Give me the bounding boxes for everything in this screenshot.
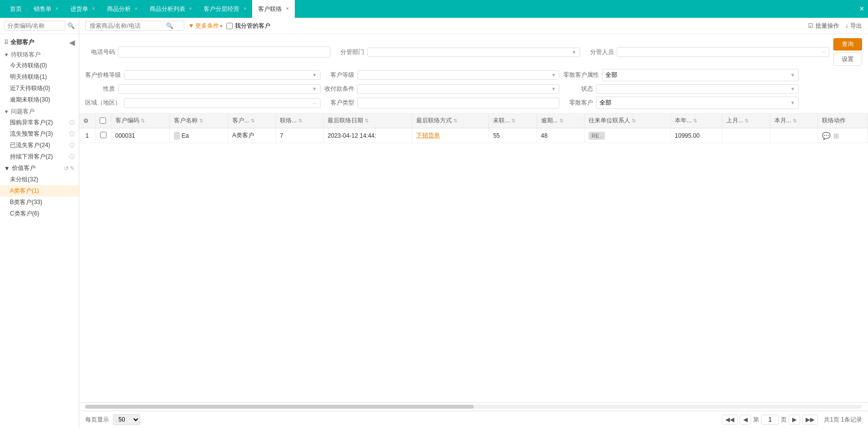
sidebar-item-7days[interactable]: 近7天待联络(0)	[0, 83, 79, 94]
sidebar-item-declining[interactable]: 持续下滑客户(2) ⓘ	[0, 151, 79, 162]
sort-date-icon[interactable]: ⇅	[365, 118, 369, 123]
search-input[interactable]	[90, 22, 164, 29]
settings-button[interactable]: 设置	[833, 53, 862, 66]
export-button[interactable]: ↓ 导出	[845, 22, 862, 30]
cust-type-input[interactable]	[357, 98, 560, 108]
th-name[interactable]: 客户名称 ⇅	[169, 113, 228, 128]
last-method-link[interactable]: 下销货单	[416, 132, 440, 139]
sidebar-item-overdue[interactable]: 逾期未联络(30)	[0, 94, 79, 106]
close-tab-0-icon[interactable]: ×	[55, 0, 58, 18]
close-all-button[interactable]: ×	[860, 4, 864, 13]
dept-select[interactable]: ▼	[367, 48, 580, 57]
th-this-month[interactable]: 本月... ⇅	[770, 113, 817, 128]
close-tab-4-icon[interactable]: ×	[243, 0, 246, 18]
nav-home[interactable]: 首页	[4, 0, 28, 18]
next-page-button[interactable]: ▶	[789, 415, 800, 425]
manager-input[interactable]: ···	[617, 47, 829, 57]
edit-icon[interactable]: ✎	[70, 165, 75, 172]
sort-name-icon[interactable]: ⇅	[199, 118, 203, 123]
sidebar-item-churned[interactable]: 已流失客户(24) ⓘ	[0, 140, 79, 151]
prev-page-button[interactable]: ◀	[740, 415, 751, 425]
search-icon[interactable]: 🔍	[166, 22, 173, 29]
sidebar-item-churn-warning[interactable]: 流失预警客户(3) ⓘ	[0, 128, 79, 140]
th-cust-type[interactable]: 客户... ⇅	[228, 113, 275, 128]
retail-customer-select[interactable]: 全部 ▼	[596, 97, 799, 109]
nav-tab-4[interactable]: 客户分层经营 ×	[198, 0, 252, 18]
th-contacts[interactable]: 联络... ⇅	[275, 113, 323, 128]
close-tab-5-icon[interactable]: ×	[286, 0, 289, 18]
sidebar-item-abnormal[interactable]: 囤购异常客户(2) ⓘ	[0, 117, 79, 128]
qr-icon[interactable]: ⊞	[833, 132, 839, 140]
th-overdue[interactable]: 逾期... ⇅	[537, 113, 584, 128]
select-all-checkbox[interactable]	[100, 117, 106, 124]
sort-lmonth-icon[interactable]: ⇅	[745, 118, 749, 123]
query-button[interactable]: 查询	[833, 38, 862, 51]
my-customers-checkbox[interactable]: 我分管的客户	[226, 22, 271, 30]
price-level-select[interactable]: ▼	[124, 70, 321, 80]
scroll-thumb[interactable]	[85, 405, 474, 409]
nav-tab-3[interactable]: 商品分析列表 ×	[144, 0, 198, 18]
my-customers-input[interactable]	[226, 23, 233, 29]
settings-icon[interactable]: ⚙	[83, 117, 89, 124]
sort-overdue-icon[interactable]: ⇅	[559, 118, 563, 123]
sidebar-group-pending[interactable]: ▼ 待联络客户	[0, 49, 79, 60]
nav-tab-5[interactable]: 客户联络 ×	[252, 0, 295, 18]
sidebar-all-customers[interactable]: ⠿ 全部客户 ◀	[0, 36, 79, 49]
nav-tab-2[interactable]: 商品分析 ×	[101, 0, 144, 18]
close-tab-3-icon[interactable]: ×	[189, 0, 192, 18]
th-last-contact-date[interactable]: 最后联络日期 ⇅	[324, 113, 412, 128]
sidebar-item-class-b[interactable]: B类客户(33)	[0, 197, 79, 208]
sidebar-item-today[interactable]: 今天待联络(0)	[0, 60, 79, 71]
nav-tab-0[interactable]: 销售单 ×	[28, 0, 64, 18]
sidebar-search-input[interactable]	[4, 21, 65, 31]
page-number-input[interactable]	[761, 415, 779, 425]
collapse-sidebar-icon[interactable]: ◀	[69, 39, 75, 47]
more-filters-button[interactable]: ▼ 更多条件 ▾	[188, 22, 222, 30]
sort-tmonth-icon[interactable]: ⇅	[793, 118, 797, 123]
th-code[interactable]: 客户编码 ⇅	[111, 113, 169, 128]
scroll-track[interactable]	[85, 405, 862, 409]
nature-select[interactable]: ▼	[118, 84, 321, 94]
th-unit-contact[interactable]: 往来单位联系人 ⇅	[585, 113, 671, 128]
chat-icon[interactable]: 💬	[822, 132, 830, 140]
refresh-icon[interactable]: ↺	[64, 165, 69, 172]
row-check-input[interactable]	[100, 132, 107, 138]
sidebar-item-class-a[interactable]: A类客户(1)	[0, 185, 79, 197]
sort-cust-type-icon[interactable]: ⇅	[251, 118, 255, 123]
close-tab-1-icon[interactable]: ×	[92, 0, 95, 18]
sort-not-icon[interactable]: ⇅	[511, 118, 515, 123]
th-checkbox[interactable]	[95, 113, 111, 128]
close-tab-2-icon[interactable]: ×	[135, 0, 138, 18]
th-settings[interactable]: ⚙	[79, 113, 95, 128]
sidebar-item-ungrouped[interactable]: 未分组(32)	[0, 174, 79, 185]
th-not-contacted[interactable]: 未联... ⇅	[489, 113, 537, 128]
region-select[interactable]: ···	[124, 98, 321, 108]
row-checkbox[interactable]	[95, 128, 111, 143]
sidebar-item-tomorrow[interactable]: 明天待联络(1)	[0, 71, 79, 83]
first-page-button[interactable]: ◀◀	[722, 415, 738, 425]
horizontal-scrollbar[interactable]	[79, 402, 868, 411]
sidebar-item-class-c[interactable]: C类客户(6)	[0, 208, 79, 219]
sort-code-icon[interactable]: ⇅	[141, 118, 145, 123]
payment-select[interactable]: ▼	[357, 84, 560, 94]
retail-attr-select[interactable]: 全部 ▼	[602, 69, 799, 81]
status-select[interactable]: ▼	[596, 84, 799, 94]
sidebar-group-problem[interactable]: ▼ 问题客户	[0, 106, 79, 117]
manager-ellipsis[interactable]: ···	[821, 49, 826, 55]
sort-unit-icon[interactable]: ⇅	[632, 118, 636, 123]
th-last-month[interactable]: 上月... ⇅	[722, 113, 770, 128]
sidebar-group-value[interactable]: ▼ 价值客户 ↺ ✎	[0, 162, 79, 174]
sort-contacts-icon[interactable]: ⇅	[298, 118, 302, 123]
customer-level-select[interactable]: ▼	[357, 70, 560, 80]
nav-tab-1[interactable]: 进货单 ×	[64, 0, 101, 18]
last-page-button[interactable]: ▶▶	[802, 415, 818, 425]
sort-method-icon[interactable]: ⇅	[453, 118, 457, 123]
th-this-year[interactable]: 本年... ⇅	[671, 113, 722, 128]
sort-year-icon[interactable]: ⇅	[693, 118, 697, 123]
batch-op-button[interactable]: ☑ 批量操作	[808, 22, 839, 30]
page-size-select[interactable]: 50 100 200	[113, 414, 140, 425]
phone-input[interactable]	[118, 47, 330, 57]
sidebar-search-icon[interactable]: 🔍	[67, 22, 75, 29]
region-ellipsis[interactable]: ···	[313, 100, 317, 106]
th-last-contact-method[interactable]: 最后联络方式 ⇅	[412, 113, 489, 128]
